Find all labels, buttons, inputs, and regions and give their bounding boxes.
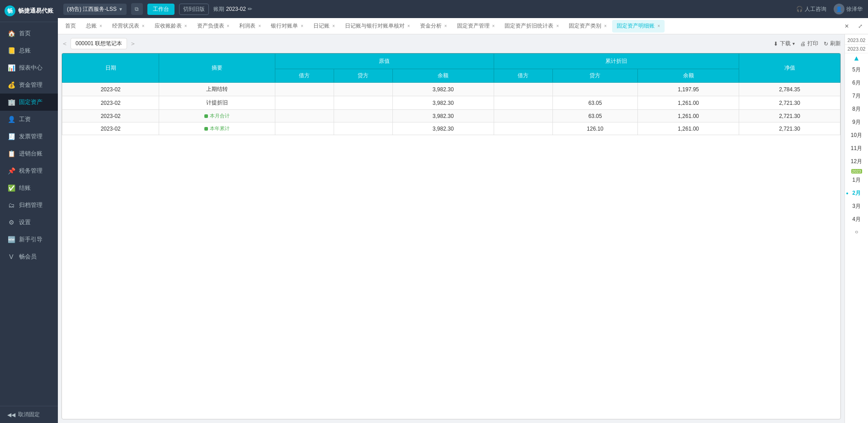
tab-close-icon[interactable]: × — [556, 24, 559, 28]
tab-label: 资产负债表 — [197, 22, 224, 30]
tab-close-icon[interactable]: × — [332, 24, 335, 28]
cell-date: 2023-02 — [62, 96, 159, 110]
tab-固定资产管理[interactable]: 固定资产管理× — [453, 20, 500, 33]
tab-close-icon[interactable]: × — [184, 24, 187, 28]
sidebar-label-archive: 归档管理 — [19, 201, 42, 209]
month-item-6月[interactable]: 6月 — [845, 76, 868, 89]
breadcrumb-item: 000001 联想笔记本 — [71, 38, 127, 49]
sidebar-item-guide[interactable]: 🆕新手引导 — [0, 231, 58, 248]
sidebar-item-sales-ledger[interactable]: 📋进销台账 — [0, 145, 58, 162]
tab-close-icon[interactable]: × — [258, 24, 261, 28]
cell-acc-debit — [494, 122, 552, 135]
tab-close-icon[interactable]: × — [301, 24, 303, 28]
sidebar-icon-reports: 📊 — [7, 64, 15, 71]
sidebar-item-payroll[interactable]: 👤工资 — [0, 111, 58, 128]
month-item-5月[interactable]: 5月 — [845, 63, 868, 76]
month-item-4月[interactable]: 4月 — [845, 213, 868, 226]
month-item-10月[interactable]: 10月 — [845, 129, 868, 142]
avatar: 👤 — [834, 4, 844, 14]
tab-label: 总账 — [86, 22, 97, 30]
main: (劝告) 江西服务-LSS ▼ ⧉ 工作台 切到旧版 账期 2023-02 ✏ … — [58, 0, 868, 423]
month-item-7月[interactable]: 7月 — [845, 89, 868, 103]
tab-close-icon[interactable]: × — [444, 24, 447, 28]
year-badge-2023: 2023 — [845, 168, 868, 174]
workbench-button[interactable]: 工作台 — [147, 4, 175, 15]
tab-label: 日记账与银行对账单核对 — [345, 22, 405, 30]
company-selector[interactable]: (劝告) 江西服务-LSS ▼ — [63, 4, 127, 15]
close-tab-button[interactable]: ✕ — [842, 22, 852, 30]
header-right: 🎧 人工咨询 👤 徐泽华 — [796, 4, 863, 14]
nav-back-button[interactable]: ＜ — [61, 40, 68, 48]
cell-abstract: 计提折旧 — [159, 96, 275, 110]
sidebar-item-settings[interactable]: ⚙设置 — [0, 214, 58, 231]
month-item-8月[interactable]: 8月 — [845, 103, 868, 116]
sidebar-item-archive[interactable]: 🗂归档管理 — [0, 197, 58, 214]
sidebar-item-home[interactable]: 🏠首页 — [0, 25, 58, 42]
sidebar-icon-funds: 💰 — [7, 81, 15, 89]
cell-net-value: 2,721.30 — [739, 122, 840, 135]
tab-固定资产类别[interactable]: 固定资产类别× — [564, 20, 611, 33]
sidebar-icon-ledger: 📒 — [7, 47, 15, 54]
tabs-bar: 首页总账×经营状况表×应收账龄表×资产负债表×利润表×银行对账单×日记账×日记账… — [58, 18, 868, 34]
tab-close-icon[interactable]: × — [142, 24, 145, 28]
tab-资金分析[interactable]: 资金分析× — [415, 20, 452, 33]
tab-close-icon[interactable]: × — [407, 24, 410, 28]
cell-orig-credit — [334, 110, 392, 122]
tab-资产负债表[interactable]: 资产负债表× — [193, 20, 234, 33]
tab-利润表[interactable]: 利润表× — [235, 20, 265, 33]
sidebar-icon-home: 🏠 — [7, 30, 15, 37]
tab-固定资产折旧统计表[interactable]: 固定资产折旧统计表× — [500, 20, 563, 33]
sub-nav-actions: ⬇ 下载 ▾ 🖨 打印 ↻ 刷新 — [774, 40, 841, 47]
sidebar-item-ledger[interactable]: 📒总账 — [0, 42, 58, 59]
sidebar-item-reports[interactable]: 📊报表中心 — [0, 59, 58, 76]
tab-label: 资金分析 — [420, 22, 442, 30]
sidebar-label-guide: 新手引导 — [19, 235, 42, 244]
sidebar-item-fixed-assets[interactable]: 🏢固定资产 — [0, 94, 58, 111]
top-period-item[interactable]: 2023.02 — [845, 36, 868, 45]
table-row: 2023-02 本月合计 3,982.30 63.05 1,261.00 2,7… — [62, 110, 840, 122]
month-item-3月[interactable]: 3月 — [845, 200, 868, 213]
breadcrumb-text: 000001 联想笔记本 — [75, 40, 122, 47]
tab-银行对账单[interactable]: 银行对账单× — [266, 20, 308, 33]
tab-close-icon[interactable]: × — [99, 24, 102, 28]
tab-应收账龄表[interactable]: 应收账龄表× — [150, 20, 192, 33]
copy-button[interactable]: ⧉ — [131, 3, 143, 15]
tab-close-icon[interactable]: × — [227, 24, 230, 28]
download-dropdown-icon: ▾ — [793, 41, 795, 46]
download-button[interactable]: ⬇ 下载 ▾ — [774, 40, 795, 47]
sidebar-icon-fixed-assets: 🏢 — [7, 99, 15, 106]
sidebar-item-member[interactable]: V畅会员 — [0, 248, 58, 265]
help-button[interactable]: 🎧 人工咨询 — [796, 5, 826, 13]
sidebar-item-closing[interactable]: ✅结账 — [0, 179, 58, 197]
scroll-bottom-icon[interactable]: ○ — [845, 226, 868, 238]
tab-close-icon[interactable]: × — [657, 24, 660, 28]
tab-日记账与银行对账单核对[interactable]: 日记账与银行对账单核对× — [340, 20, 415, 33]
print-button[interactable]: 🖨 打印 — [800, 40, 818, 47]
tab-固定资产明细账[interactable]: 固定资产明细账× — [612, 20, 665, 33]
user-menu[interactable]: 👤 徐泽华 — [834, 4, 863, 14]
sidebar: 畅 畅捷通易代账 🏠首页📒总账📊报表中心💰资金管理🏢固定资产👤工资🧾发票管理📋进… — [0, 0, 58, 423]
maximize-tab-button[interactable]: ⤢ — [855, 22, 865, 30]
old-version-button[interactable]: 切到旧版 — [179, 4, 209, 15]
tab-日记账[interactable]: 日记账× — [309, 20, 340, 33]
tab-总账[interactable]: 总账× — [81, 20, 107, 33]
tab-经营状况表[interactable]: 经营状况表× — [108, 20, 149, 33]
sidebar-icon-closing: ✅ — [7, 184, 15, 192]
tab-close-icon[interactable]: × — [604, 24, 607, 28]
refresh-button[interactable]: ↻ 刷新 — [824, 40, 841, 47]
tab-close-icon[interactable]: × — [492, 24, 495, 28]
month-item-11月[interactable]: 11月 — [845, 142, 868, 155]
sidebar-unpin[interactable]: ◀◀ 取消固定 — [0, 406, 58, 423]
month-item-12月[interactable]: 12月 — [845, 155, 868, 168]
sidebar-item-tax[interactable]: 📌税务管理 — [0, 162, 58, 179]
month-item-9月[interactable]: 9月 — [845, 116, 868, 129]
scroll-up-button[interactable]: ▲ — [845, 53, 868, 63]
tab-首页[interactable]: 首页 — [61, 20, 80, 33]
sidebar-item-invoice[interactable]: 🧾发票管理 — [0, 128, 58, 145]
month-item-2月[interactable]: 2月 — [845, 187, 868, 200]
nav-forward-button[interactable]: ＞ — [130, 40, 136, 48]
month-item-1月[interactable]: 1月 — [845, 174, 868, 187]
period-edit-icon[interactable]: ✏ — [248, 6, 252, 12]
top-period-item[interactable]: 2023.02 — [845, 45, 868, 53]
sidebar-item-funds[interactable]: 💰资金管理 — [0, 76, 58, 94]
